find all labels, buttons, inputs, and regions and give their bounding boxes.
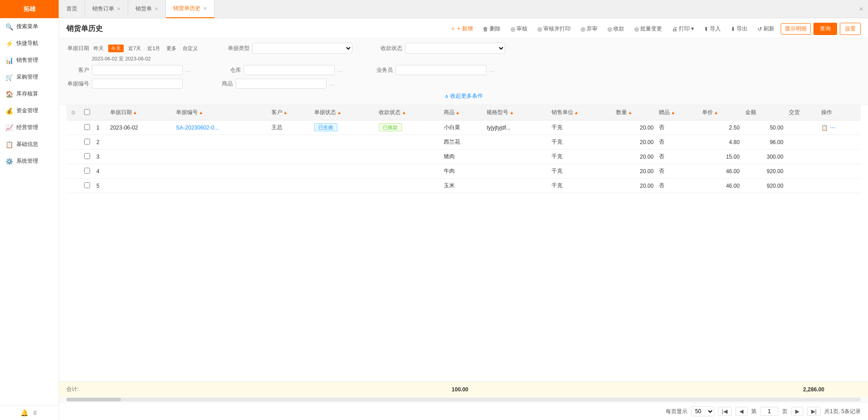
notification-icon[interactable]: 🔔 [20,409,28,416]
row-doc-no[interactable] [173,150,269,164]
sidebar-item-quick-nav[interactable]: ⚡ 快捷导航 [0,35,59,52]
salesman-dots[interactable]: … [489,67,495,73]
sidebar-item-capital[interactable]: 💰 资金管理 [0,102,59,119]
abandon-button[interactable]: ◎ 弃审 [577,23,601,35]
col-unit[interactable]: 销售单位▲ [549,105,613,120]
first-page-button[interactable]: |◀ [718,407,732,416]
col-settings[interactable]: ⚙ [66,105,80,120]
doc-no-label: 单据编号 [66,80,89,88]
row-doc-no[interactable] [173,164,269,179]
collapse-label: 收起更多条件 [450,92,483,100]
tab-sales-goods[interactable]: 销货单 ✕ [128,0,166,18]
col-qty[interactable]: 数量▲ [613,105,657,120]
setting-button[interactable]: 设置 [840,23,861,35]
row-checkbox[interactable] [80,150,94,164]
col-customer[interactable]: 客户▲ [269,105,312,120]
date-more[interactable]: 更多 [165,45,178,52]
row-select-checkbox[interactable] [84,124,90,130]
show-detail-button[interactable]: 显示明细 [781,23,811,35]
review-print-button[interactable]: ◎ 审核并打印 [534,23,574,35]
collapse-btn[interactable]: ∧ 收起更多条件 [66,92,861,100]
col-goods[interactable]: 商品▲ [441,105,484,120]
warehouse-input[interactable] [244,65,335,75]
op-edit[interactable]: 📋 [821,125,828,131]
sidebar-item-operation[interactable]: 📈 经营管理 [0,119,59,136]
sort-price-icon: ▲ [714,110,718,115]
row-checkbox[interactable] [80,135,94,150]
row-no: 4 [94,164,107,179]
import-button[interactable]: ⬆ 导入 [700,23,724,35]
tab-sales-history-close[interactable]: ✕ [203,6,207,11]
batch-change-button[interactable]: ◎ 批量变更 [631,23,666,35]
refresh-button[interactable]: ↺ 刷新 [754,23,778,35]
row-select-checkbox[interactable] [84,153,90,159]
customer-dots[interactable]: … [186,67,191,73]
tab-home[interactable]: 首页 [59,0,85,18]
scrollbar-track[interactable] [66,398,861,401]
doc-no-input[interactable] [92,79,183,89]
sidebar-item-sales[interactable]: 📊 销售管理 [0,52,59,69]
date-custom[interactable]: 自定义 [181,45,200,52]
close-all-icon[interactable]: ✕ [859,6,863,12]
col-unit-price[interactable]: 单价▲ [699,105,743,120]
pause-icon[interactable]: ⏸ [32,409,38,416]
next-page-button[interactable]: ▶ [791,407,803,416]
row-doc-no[interactable] [173,135,269,150]
query-button[interactable]: 查询 [813,23,837,35]
row-checkbox[interactable] [80,179,94,193]
last-page-button[interactable]: ▶| [807,407,821,416]
select-all-checkbox[interactable] [84,109,90,115]
doc-no-link[interactable]: SA-20230602-0... [176,125,219,131]
tab-sales-order[interactable]: 销售订单 ✕ [85,0,128,18]
col-pay-status[interactable]: 收款状态▲ [376,105,441,120]
row-qty: 20.00 [613,135,657,150]
print-button[interactable]: 🖨 打印 ▾ [668,23,697,35]
date-today[interactable]: 今天 [108,45,124,52]
sidebar-item-inventory[interactable]: 🏠 库存核算 [0,85,59,102]
row-select-checkbox[interactable] [84,168,90,174]
customer-input[interactable] [92,65,183,75]
scrollbar-thumb[interactable] [66,398,121,401]
goods-input[interactable] [236,79,326,89]
new-button[interactable]: ＋ + 新增 [447,23,476,35]
col-gift[interactable]: 赠品▲ [656,105,699,120]
salesman-input[interactable] [396,65,487,75]
row-transaction [786,150,818,164]
date-yesterday[interactable]: 昨天 [92,45,105,52]
row-doc-no[interactable] [173,179,269,193]
doc-type-select[interactable] [252,43,352,54]
sidebar-item-system[interactable]: ⚙️ 系统管理 [0,153,59,170]
review-button[interactable]: ◎ 审核 [507,23,531,35]
collapse-arrow-icon: ∧ [445,93,449,100]
col-doc-date[interactable]: 单据日期▲ [107,105,173,120]
delete-button[interactable]: 🗑 删除 [479,23,504,35]
tab-sales-history[interactable]: 销货单历史 ✕ [166,0,215,18]
op-more[interactable]: ⋯ [830,125,835,131]
sidebar-item-search-menu[interactable]: 🔍 搜索菜单 [0,18,59,35]
sidebar-item-purchase[interactable]: 🛒 采购管理 [0,69,59,85]
tab-sales-order-close[interactable]: ✕ [117,6,120,11]
collect-button[interactable]: ◎ 收款 [604,23,628,35]
tab-sales-order-label: 销售订单 [92,5,114,13]
export-button[interactable]: ⬇ 导出 [727,23,751,35]
col-spec[interactable]: 规格型号▲ [484,105,548,120]
row-checkbox[interactable] [80,164,94,179]
row-no: 3 [94,150,107,164]
row-doc-no[interactable]: SA-20230602-0... [173,120,269,135]
row-checkbox[interactable] [80,120,94,135]
sidebar-item-basic-info[interactable]: 📋 基础信息 [0,136,59,153]
payment-status-select[interactable] [405,43,505,54]
prev-page-button[interactable]: ◀ [735,407,748,416]
col-doc-no[interactable]: 单据编号▲ [173,105,269,120]
page-number-input[interactable] [760,407,778,416]
row-select-checkbox[interactable] [84,182,90,188]
date-1month[interactable]: 近1月 [146,45,162,52]
goods-dots[interactable]: … [329,80,335,87]
col-doc-status[interactable]: 单据状态▲ [311,105,376,120]
row-customer [269,164,312,179]
tab-sales-goods-close[interactable]: ✕ [155,6,158,11]
date-7days[interactable]: 近7天 [126,45,143,52]
per-page-select[interactable]: 50 20 100 [691,406,714,416]
row-select-checkbox[interactable] [84,139,90,145]
warehouse-dots[interactable]: … [337,67,343,73]
